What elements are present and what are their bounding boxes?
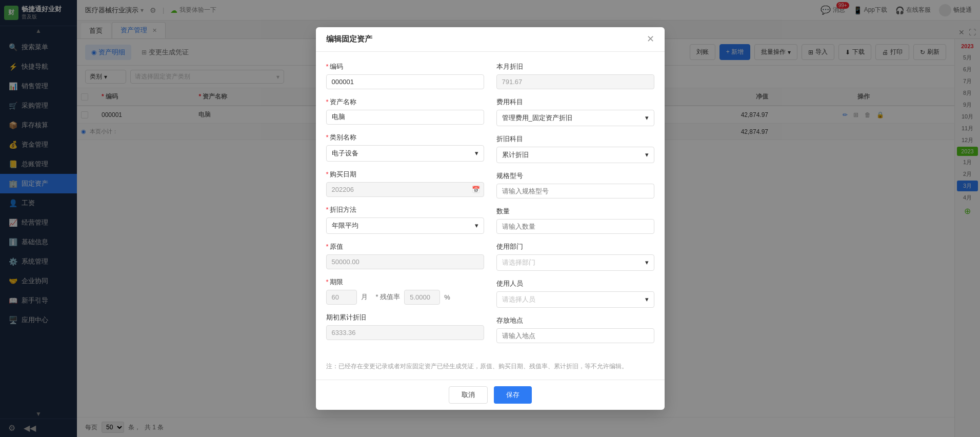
period-input[interactable] [326, 290, 357, 305]
dep-method-label: * 折旧方法 [326, 205, 484, 214]
initial-dep-input[interactable] [326, 325, 484, 340]
cancel-button[interactable]: 取消 [449, 386, 488, 404]
model-label: 规格型号 [496, 171, 654, 181]
location-label: 存放地点 [496, 316, 654, 325]
modal-close-btn[interactable]: ✕ [647, 34, 654, 44]
quantity-label: 数量 [496, 207, 654, 216]
residual-rate-label: * 残值率 [376, 292, 401, 302]
modal-footer: 取消 保存 [316, 380, 665, 410]
edit-asset-modal: 编辑固定资产 ✕ * 编码 * 资产名称 [316, 27, 665, 410]
code-label: * 编码 [326, 62, 484, 71]
expense-account-select[interactable]: 管理费用_固定资产折旧 ▾ [496, 110, 654, 126]
dep-account-label: 折旧科目 [496, 134, 654, 144]
form-group-model: 规格型号 [496, 171, 654, 198]
calendar-icon: 📅 [472, 186, 480, 193]
modal-title: 编辑固定资产 [326, 34, 372, 44]
asset-name-input[interactable] [326, 110, 484, 125]
form-group-asset-name: * 资产名称 [326, 97, 484, 125]
form-group-dep-account: 折旧科目 累计折旧 ▾ [496, 134, 654, 163]
modal-overlay: 编辑固定资产 ✕ * 编码 * 资产名称 [0, 0, 980, 437]
purchase-date-input[interactable] [326, 182, 484, 197]
department-select[interactable]: 请选择部门 ▾ [496, 254, 654, 271]
form-group-code: * 编码 [326, 62, 484, 89]
quantity-input[interactable] [496, 219, 654, 234]
form-group-location: 存放地点 [496, 316, 654, 343]
initial-dep-label: 期初累计折旧 [326, 313, 484, 322]
modal-note: 注：已经存在变更记录或者对应固定资产已经生成凭证，原值、购买日期、残值率、累计折… [316, 362, 665, 380]
purchase-date-label: * 购买日期 [326, 170, 484, 179]
department-label: 使用部门 [496, 242, 654, 251]
form-group-monthly-dep: 本月折旧 [496, 62, 654, 89]
dropdown-icon: ▾ [475, 149, 478, 157]
period-label: * 期限 [326, 277, 484, 287]
form-group-quantity: 数量 [496, 207, 654, 234]
dropdown-icon: ▾ [645, 114, 649, 122]
original-value-input[interactable] [326, 254, 484, 269]
original-value-label: * 原值 [326, 242, 484, 251]
form-group-expense-account: 费用科目 管理费用_固定资产折旧 ▾ [496, 97, 654, 126]
form-group-department: 使用部门 请选择部门 ▾ [496, 242, 654, 271]
modal-body: * 编码 * 资产名称 * 类别名称 [316, 52, 665, 362]
asset-name-label: * 资产名称 [326, 97, 484, 107]
form-group-category: * 类别名称 电子设备 ▾ [326, 133, 484, 162]
expense-account-label: 费用科目 [496, 97, 654, 107]
monthly-dep-input [496, 74, 654, 89]
modal-header: 编辑固定资产 ✕ [316, 27, 665, 52]
dropdown-icon: ▾ [645, 151, 649, 158]
category-label: * 类别名称 [326, 133, 484, 142]
dep-method-select[interactable]: 年限平均 ▾ [326, 217, 484, 234]
dep-account-select[interactable]: 累计折旧 ▾ [496, 147, 654, 163]
residual-rate-input[interactable] [404, 290, 440, 305]
location-input[interactable] [496, 328, 654, 343]
form-group-original-value: * 原值 [326, 242, 484, 269]
form-group-purchase-date: * 购买日期 📅 [326, 170, 484, 197]
code-input[interactable] [326, 74, 484, 89]
dropdown-icon: ▾ [475, 222, 478, 229]
person-select[interactable]: 请选择人员 ▾ [496, 291, 654, 308]
monthly-dep-label: 本月折旧 [496, 62, 654, 71]
form-group-dep-method: * 折旧方法 年限平均 ▾ [326, 205, 484, 234]
form-group-initial-dep: 期初累计折旧 [326, 313, 484, 340]
category-select[interactable]: 电子设备 ▾ [326, 145, 484, 162]
dropdown-icon: ▾ [645, 295, 649, 303]
dropdown-icon: ▾ [645, 259, 649, 266]
modal-left-col: * 编码 * 资产名称 * 类别名称 [326, 62, 484, 351]
form-group-person: 使用人员 请选择人员 ▾ [496, 279, 654, 308]
person-label: 使用人员 [496, 279, 654, 288]
model-input[interactable] [496, 184, 654, 198]
save-button[interactable]: 保存 [494, 386, 532, 404]
modal-right-col: 本月折旧 费用科目 管理费用_固定资产折旧 ▾ 折旧科目 累计折旧 [496, 62, 654, 351]
form-group-period: * 期限 月 * 残值率 % [326, 277, 484, 305]
